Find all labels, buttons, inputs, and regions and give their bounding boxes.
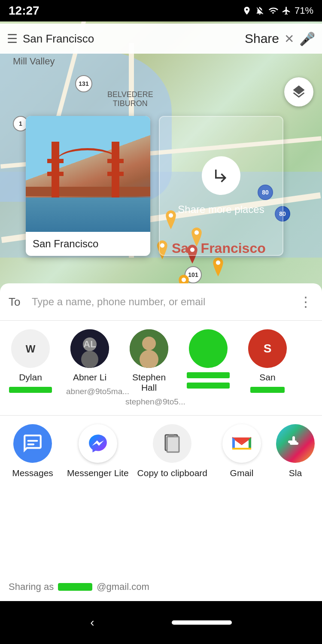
- search-bar: ☰ San Francisco Share ✕ 🎤: [0, 24, 322, 54]
- svg-rect-15: [27, 440, 38, 442]
- avatar-stephen: [130, 329, 168, 368]
- menu-icon[interactable]: ☰: [7, 32, 18, 46]
- status-time: 12:27: [9, 4, 39, 18]
- app-name-messenger: Messenger Lite: [67, 468, 129, 478]
- contact-abner[interactable]: AL Abner Li abner@9to5ma...: [66, 329, 113, 396]
- airplane-icon: [282, 6, 291, 15]
- more-options-icon[interactable]: ⋮: [299, 294, 313, 310]
- share-more-label: Share more places: [178, 204, 264, 216]
- share-more-icon: [202, 156, 240, 195]
- status-bar: 12:27 71%: [0, 0, 322, 21]
- contact-bar-green2: [187, 383, 230, 389]
- card-image: [26, 116, 150, 232]
- app-row: Messages Messenger Lite: [0, 416, 322, 575]
- app-name-clipboard: Copy to clipboard: [137, 468, 207, 478]
- share-sheet: To Type a name, phone number, or email ⋮…: [0, 283, 322, 601]
- home-pill[interactable]: [172, 620, 232, 625]
- contact-dylan[interactable]: W Dylan: [7, 329, 54, 393]
- messages-icon: [13, 424, 52, 463]
- contact-name-stephen: Stephen Hall: [125, 372, 173, 393]
- gmail-icon: [222, 424, 261, 463]
- messenger-icon: [79, 424, 117, 463]
- clipboard-icon: [153, 424, 191, 463]
- contact-row: W Dylan AL Abner Li abner@9to5ma...: [0, 321, 322, 416]
- slack-icon: [276, 424, 315, 463]
- contact-bar-partial: [250, 387, 285, 393]
- wifi-icon: [268, 6, 278, 15]
- svg-rect-23: [232, 448, 251, 450]
- nav-bar: ‹: [0, 601, 322, 644]
- contact-partial[interactable]: S San: [244, 329, 291, 393]
- svg-rect-16: [27, 444, 35, 445]
- map-label-belvedere: BELVEDERETIBURON: [107, 90, 153, 108]
- svg-text:W: W: [26, 343, 36, 355]
- search-text[interactable]: San Francisco: [23, 32, 240, 46]
- contact-name-dylan: Dylan: [19, 372, 42, 383]
- contact-green[interactable]: [185, 329, 232, 389]
- contact-email-abner: abner@9to5ma...: [66, 387, 113, 396]
- map-label-mill-valley: Mill Valley: [13, 56, 55, 67]
- contact-bar-dylan: [9, 387, 52, 393]
- bell-muted-icon: [255, 6, 264, 15]
- status-icons: 71%: [242, 5, 313, 16]
- share-title: Share: [245, 31, 279, 46]
- svg-text:AL: AL: [83, 339, 96, 349]
- app-slack[interactable]: Sla: [276, 424, 315, 567]
- svg-point-14: [140, 350, 158, 368]
- svg-rect-18: [167, 437, 179, 452]
- close-icon[interactable]: ✕: [284, 32, 294, 46]
- san-francisco-card[interactable]: San Francisco: [26, 116, 150, 256]
- to-field: To Type a name, phone number, or email ⋮: [0, 283, 322, 321]
- location-icon: [242, 6, 252, 15]
- contact-email-stephen: stephen@9to5...: [125, 397, 173, 407]
- to-input[interactable]: Type a name, phone number, or email: [32, 296, 293, 308]
- svg-rect-22: [249, 437, 251, 450]
- avatar-abner: AL: [70, 329, 109, 368]
- avatar-green: [189, 329, 228, 368]
- account-name-redacted: [58, 583, 92, 591]
- app-name-slack: Sla: [289, 468, 302, 478]
- contact-stephen[interactable]: Stephen Hall stephen@9to5...: [125, 329, 173, 407]
- avatar-dylan: W: [11, 329, 50, 368]
- battery-indicator: 71%: [295, 5, 313, 16]
- svg-point-5: [182, 278, 186, 282]
- contact-name-abner: Abner Li: [73, 372, 106, 383]
- svg-rect-27: [290, 442, 298, 445]
- app-messages[interactable]: Messages: [7, 424, 58, 567]
- app-clipboard[interactable]: Copy to clipboard: [137, 424, 207, 567]
- layer-button[interactable]: [284, 77, 313, 106]
- app-name-messages: Messages: [12, 468, 53, 478]
- sharing-as-suffix: @gmail.com: [97, 581, 149, 592]
- app-gmail[interactable]: Gmail: [216, 424, 267, 567]
- contact-bar-green: [187, 372, 230, 378]
- svg-point-4: [216, 261, 220, 265]
- svg-rect-21: [232, 437, 235, 450]
- avatar-partial: S: [248, 329, 287, 368]
- sharing-as-footer: Sharing as @gmail.com: [0, 575, 322, 601]
- svg-rect-19: [169, 434, 174, 437]
- app-name-gmail: Gmail: [230, 468, 254, 478]
- sharing-as-text: Sharing as: [9, 581, 54, 592]
- to-label: To: [9, 295, 26, 309]
- place-cards: San Francisco Share more places: [26, 116, 283, 256]
- svg-point-10: [81, 351, 98, 368]
- contact-name-partial: San: [259, 372, 275, 383]
- share-more-card[interactable]: Share more places: [159, 116, 283, 256]
- card-name: San Francisco: [26, 232, 150, 256]
- svg-point-13: [142, 337, 156, 350]
- back-button[interactable]: ‹: [90, 616, 94, 629]
- app-messenger[interactable]: Messenger Lite: [67, 424, 129, 567]
- mic-icon[interactable]: 🎤: [299, 31, 315, 46]
